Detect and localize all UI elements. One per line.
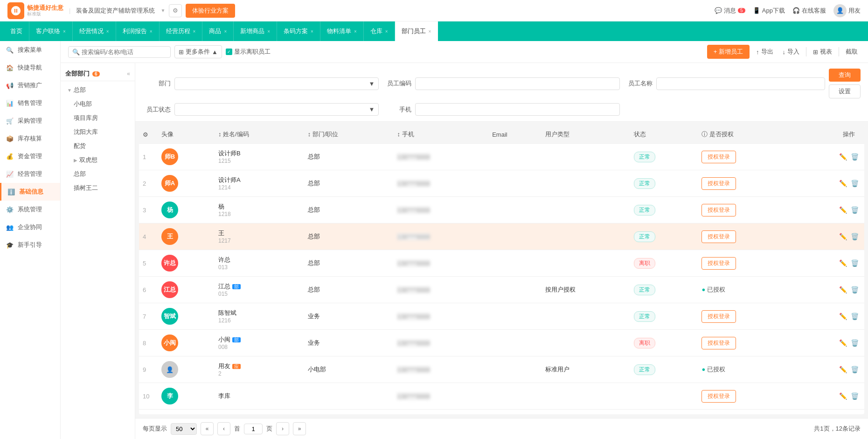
delete-icon[interactable]: 🗑️ xyxy=(851,259,859,267)
sidebar-item-inventory[interactable]: 📦 库存核算 xyxy=(0,130,60,147)
col-phone[interactable]: ↕ 手机 xyxy=(393,125,488,144)
auth-login-btn[interactable]: 授权登录 xyxy=(701,390,736,403)
dept-item-shenyang[interactable]: 沈阳大库 xyxy=(61,125,135,139)
col-settings[interactable]: ⚙ xyxy=(139,125,158,144)
sidebar-item-system[interactable]: ⚙️ 系统管理 xyxy=(0,201,60,218)
auth-login-btn[interactable]: 授权登录 xyxy=(701,337,736,349)
edit-icon[interactable]: ✏️ xyxy=(839,259,847,267)
view-button[interactable]: ⊞ 视表 xyxy=(810,46,835,58)
dept-filter-select[interactable]: ▼ xyxy=(174,77,379,90)
user-action[interactable]: 👤 用友 xyxy=(833,4,861,17)
phone-filter-input[interactable] xyxy=(415,103,619,116)
empcode-filter-input[interactable] xyxy=(415,77,619,90)
settings-icon-btn[interactable]: ⚙ xyxy=(169,4,182,17)
tab-profit[interactable]: 利润报告× xyxy=(116,21,160,41)
set-button[interactable]: 设置 xyxy=(829,84,861,98)
sidebar-item-nav[interactable]: 🏠 快捷导航 xyxy=(0,59,60,77)
search-input[interactable] xyxy=(82,49,166,56)
tab-customer[interactable]: 客户联络× xyxy=(29,21,73,41)
page-size-select[interactable]: 50 20 100 xyxy=(171,423,197,435)
auth-login-btn[interactable]: 授权登录 xyxy=(701,177,736,190)
edit-icon[interactable]: ✏️ xyxy=(839,180,847,187)
close-icon[interactable]: × xyxy=(150,29,153,34)
sidebar-item-search[interactable]: 🔍 搜索菜单 xyxy=(0,41,60,59)
auth-login-btn[interactable]: 授权登录 xyxy=(701,257,736,270)
tab-warehouse[interactable]: 仓库× xyxy=(364,21,395,41)
close-icon[interactable]: × xyxy=(63,29,66,34)
query-button[interactable]: 查询 xyxy=(829,69,861,82)
dept-item-zongbu-parent[interactable]: ▼ 总部 xyxy=(61,83,135,97)
sidebar-item-mgmt[interactable]: 📈 经营管理 xyxy=(0,165,60,183)
edit-icon[interactable]: ✏️ xyxy=(839,286,847,293)
edit-icon[interactable]: ✏️ xyxy=(839,339,847,347)
edit-icon[interactable]: ✏️ xyxy=(839,153,847,160)
system-title-chevron[interactable]: ▼ xyxy=(160,8,165,13)
tab-goods[interactable]: 商品× xyxy=(202,21,234,41)
close-icon[interactable]: × xyxy=(354,29,357,34)
auth-login-btn[interactable]: 授权登录 xyxy=(701,204,736,216)
col-name[interactable]: ↕ 姓名/编码 xyxy=(215,125,304,144)
close-icon[interactable]: × xyxy=(267,29,270,34)
tab-barcode[interactable]: 条码方案× xyxy=(277,21,320,41)
delete-icon[interactable]: 🗑️ xyxy=(851,286,859,293)
close-icon[interactable]: × xyxy=(385,29,388,34)
sidebar-item-sales[interactable]: 📊 销售管理 xyxy=(0,94,60,112)
close-icon[interactable]: × xyxy=(106,29,109,34)
sidebar-item-marketing[interactable]: 📢 营销推广 xyxy=(0,77,60,94)
edit-icon[interactable]: ✏️ xyxy=(839,313,847,320)
sidebar-item-finance[interactable]: 💰 资金管理 xyxy=(0,147,60,165)
sidebar-item-purchase[interactable]: 🛒 采购管理 xyxy=(0,112,60,130)
dept-item-chashuwang[interactable]: 插树王二 xyxy=(61,181,135,195)
dept-all[interactable]: 全部部门 6 xyxy=(65,70,100,78)
delete-icon[interactable]: 🗑️ xyxy=(851,339,859,347)
delete-icon[interactable]: 🗑️ xyxy=(851,206,859,214)
tab-dept-staff[interactable]: 部门员工× xyxy=(395,21,438,41)
tab-new-goods[interactable]: 新增商品× xyxy=(234,21,277,41)
page-input[interactable] xyxy=(244,424,263,434)
show-resigned-toggle[interactable]: ✓ 显示离职员工 xyxy=(226,48,271,56)
delete-icon[interactable]: 🗑️ xyxy=(851,153,859,160)
delete-icon[interactable]: 🗑️ xyxy=(851,366,859,373)
close-icon[interactable]: × xyxy=(311,29,313,34)
first-page-btn[interactable]: « xyxy=(201,422,214,435)
export-button[interactable]: ↑ 导出 xyxy=(753,46,776,58)
prev-page-btn[interactable]: ‹ xyxy=(217,422,230,435)
message-action[interactable]: 💬 消息 5 xyxy=(715,7,745,15)
dept-item-zongbu[interactable]: 总部 xyxy=(61,167,135,181)
dept-item-xiaodianbu[interactable]: 小电部 xyxy=(61,97,135,111)
tab-history[interactable]: 经营历程× xyxy=(160,21,203,41)
edit-icon[interactable]: ✏️ xyxy=(839,206,847,214)
tab-operation[interactable]: 经营情况× xyxy=(73,21,116,41)
collapse-icon[interactable]: « xyxy=(127,70,130,77)
search-input-wrap[interactable]: 🔍 xyxy=(68,46,171,58)
app-download-action[interactable]: 📱 App下载 xyxy=(753,7,785,15)
dept-item-xiangmu[interactable]: 项目库房 xyxy=(61,111,135,125)
delete-icon[interactable]: 🗑️ xyxy=(851,392,859,400)
more-filter-btn[interactable]: ⊞ 更多条件 ▲ xyxy=(174,45,222,58)
close-icon[interactable]: × xyxy=(193,29,196,34)
close-icon[interactable]: × xyxy=(224,29,227,34)
tab-home[interactable]: 首页 xyxy=(4,21,29,41)
delete-icon[interactable]: 🗑️ xyxy=(851,233,859,240)
dept-item-peihuo[interactable]: 配货 xyxy=(61,139,135,153)
auth-login-btn[interactable]: 授权登录 xyxy=(701,151,736,163)
edit-icon[interactable]: ✏️ xyxy=(839,366,847,373)
close-icon[interactable]: × xyxy=(429,29,431,34)
next-page-btn[interactable]: › xyxy=(276,422,289,435)
edit-icon[interactable]: ✏️ xyxy=(839,233,847,240)
col-dept[interactable]: ↕ 部门/职位 xyxy=(304,125,394,144)
delete-icon[interactable]: 🗑️ xyxy=(851,180,859,187)
dept-item-shuanghuxiang[interactable]: ▶ 双虎想 xyxy=(61,153,135,167)
online-service-action[interactable]: 🎧 在线客服 xyxy=(792,7,826,15)
auth-login-btn[interactable]: 授权登录 xyxy=(701,310,736,323)
import-button[interactable]: ↓ 导入 xyxy=(780,46,803,58)
status-filter-select[interactable]: ▼ xyxy=(174,103,379,116)
auth-login-btn[interactable]: 授权登录 xyxy=(701,230,736,243)
edit-icon[interactable]: ✏️ xyxy=(839,392,847,400)
sidebar-item-guide[interactable]: 🎓 新手引导 xyxy=(0,236,60,254)
more-button[interactable]: 截取 xyxy=(843,46,861,58)
empname-filter-input[interactable] xyxy=(656,77,825,90)
tab-bom[interactable]: 物料清单× xyxy=(320,21,364,41)
add-employee-button[interactable]: + 新增员工 xyxy=(707,45,750,59)
trial-button[interactable]: 体验行业方案 xyxy=(186,4,235,18)
